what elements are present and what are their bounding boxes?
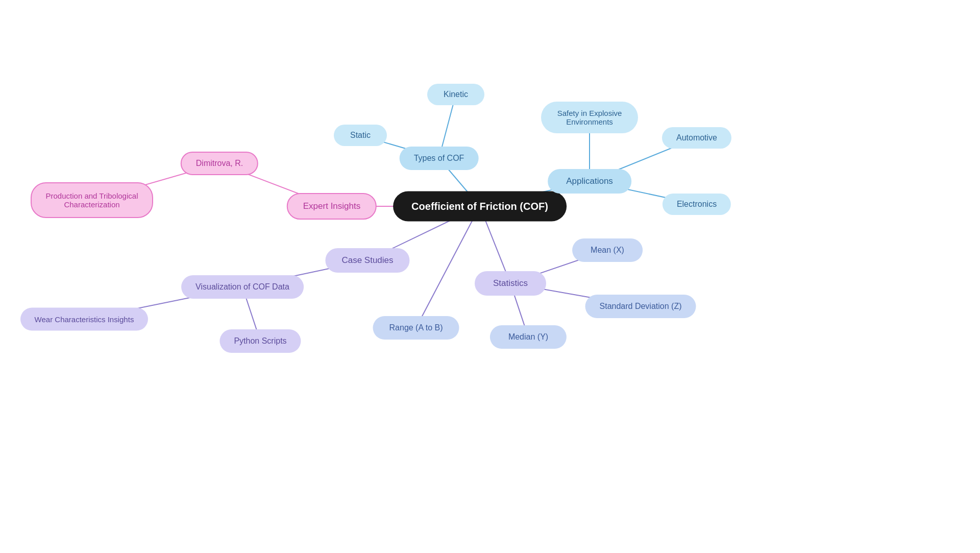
wear-char-node[interactable]: Wear Characteristics Insights (20, 308, 148, 331)
mean-node[interactable]: Mean (X) (572, 238, 643, 262)
automotive-node[interactable]: Automotive (662, 127, 731, 149)
dimitrova-node[interactable]: Dimitrova, R. (181, 152, 258, 175)
applications-node[interactable]: Applications (548, 169, 631, 194)
svg-line-18 (416, 206, 480, 328)
visualization-node[interactable]: Visualization of COF Data (181, 275, 304, 299)
kinetic-node[interactable]: Kinetic (427, 84, 484, 105)
safety-node[interactable]: Safety in Explosive Environments (541, 102, 638, 133)
case-studies-node[interactable]: Case Studies (325, 248, 409, 273)
center-node[interactable]: Coefficient of Friction (COF) (393, 191, 567, 222)
std-dev-node[interactable]: Standard Deviation (Z) (585, 295, 696, 318)
expert-insights-node[interactable]: Expert Insights (287, 193, 377, 220)
median-node[interactable]: Median (Y) (490, 325, 567, 349)
range-node[interactable]: Range (A to B) (373, 316, 459, 340)
prod-tribo-node[interactable]: Production and Tribological Characteriza… (31, 182, 153, 218)
python-scripts-node[interactable]: Python Scripts (219, 329, 301, 353)
static-node[interactable]: Static (334, 125, 387, 146)
electronics-node[interactable]: Electronics (663, 194, 731, 215)
statistics-node[interactable]: Statistics (475, 271, 546, 296)
types-cof-node[interactable]: Types of COF (400, 147, 479, 170)
